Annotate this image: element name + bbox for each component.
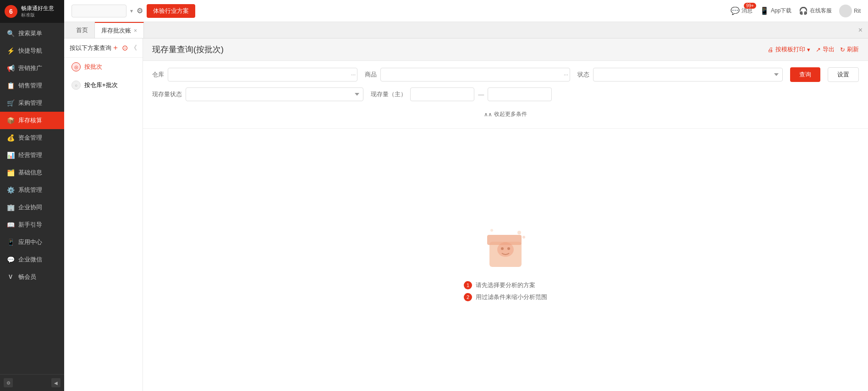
user-profile-btn[interactable]: Rit <box>839 5 861 17</box>
add-scheme-btn[interactable]: ＋ <box>112 43 119 53</box>
app-logo: 6 <box>5 5 17 18</box>
sidebar-item-inventory[interactable]: 📦 库存核算 <box>0 112 64 129</box>
scheme-header-label: 按以下方案查询 <box>70 44 111 52</box>
enterprise-icon: 🏢 <box>6 203 15 212</box>
sidebar-item-new-guide[interactable]: 📖 新手引导 <box>0 216 64 234</box>
settings-footer-btn[interactable]: ⚙ <box>4 378 13 387</box>
sidebar-item-search[interactable]: 🔍 搜索菜单 <box>0 25 64 42</box>
app-center-icon: 📱 <box>6 238 15 246</box>
sidebar-label-enterprise: 企业协同 <box>18 203 42 212</box>
sidebar-label-basic-info: 基础信息 <box>18 168 42 177</box>
sidebar: 6 畅康通好生意 标准版 🔍 搜索菜单 ⚡ 快捷导航 📢 营销推广 📋 销售管理… <box>0 0 64 391</box>
panel-collapse-btn[interactable]: 《 <box>131 44 137 52</box>
sidebar-item-enterprise[interactable]: 🏢 企业协同 <box>0 199 64 216</box>
sidebar-item-quick-nav[interactable]: ⚡ 快捷导航 <box>0 42 64 60</box>
print-btn[interactable]: 🖨 按模板打印 ▾ <box>768 45 810 54</box>
scheme-item-warehouse-batch[interactable]: ○ 按仓库+批次 <box>64 76 143 94</box>
warehouse-dots-btn[interactable]: ··· <box>351 71 356 78</box>
sidebar-item-system[interactable]: ⚙️ 系统管理 <box>0 181 64 199</box>
scheme-settings-icon: ⊙ <box>122 43 128 52</box>
sidebar-item-sales[interactable]: 📋 销售管理 <box>0 77 64 94</box>
sidebar-label-operations: 经营管理 <box>18 151 42 159</box>
topbar-right: 💬 消息 99+ 📱 App下载 🎧 在线客服 Rit <box>731 5 861 17</box>
empty-text: 1 请先选择要分析的方案 2 用过滤条件来缩小分析范围 <box>464 281 547 301</box>
marketing-icon: 📢 <box>6 64 15 72</box>
scheme-icon-warehouse: ○ <box>71 81 81 90</box>
refresh-btn[interactable]: ↻ 刷新 <box>840 45 859 54</box>
sidebar-label-vip: 畅会员 <box>18 273 36 281</box>
product-input[interactable] <box>380 68 570 81</box>
sidebar-item-vip[interactable]: V 畅会员 <box>0 268 64 286</box>
page-area: 按以下方案查询 ＋ ⊙ 《 ◎ 按批次 <box>64 38 868 391</box>
filter-row-2: 现存量状态 现存量（主） — <box>152 87 859 101</box>
collapse-sidebar-btn[interactable]: ◀ <box>51 378 60 387</box>
app-download-btn[interactable]: 📱 App下载 <box>760 6 791 15</box>
empty-svg <box>478 221 533 272</box>
topbar: ▾ ⚙ 体验行业方案 💬 消息 99+ 📱 App下载 🎧 在线客服 Rit <box>64 0 868 22</box>
export-btn[interactable]: ↗ 导出 <box>816 45 835 54</box>
svg-point-4 <box>507 247 510 250</box>
warehouse-input[interactable] <box>168 68 357 81</box>
inventory-amount-to[interactable] <box>488 87 552 101</box>
print-icon: 🖨 <box>768 46 774 53</box>
scheme-settings-btn[interactable]: ⊙ <box>122 43 128 52</box>
vip-icon: V <box>6 273 15 281</box>
sidebar-item-app-center[interactable]: 📱 应用中心 <box>0 234 64 251</box>
amount-dash: — <box>478 91 484 98</box>
filter-inventory-amount: 现存量（主） — <box>371 87 582 101</box>
sidebar-label-app-center: 应用中心 <box>18 238 42 246</box>
page-header-actions: 🖨 按模板打印 ▾ ↗ 导出 ↻ 刷新 <box>768 45 859 54</box>
tab-batch-account[interactable]: 库存批次账 × <box>95 22 144 38</box>
empty-state: 1 请先选择要分析的方案 2 用过滤条件来缩小分析范围 <box>143 129 868 391</box>
status-select[interactable] <box>593 68 783 81</box>
add-scheme-icon: ＋ <box>112 43 119 53</box>
filter-warehouse: 仓库 ··· <box>152 68 357 81</box>
sidebar-item-enterprise-wechat[interactable]: 💬 企业微信 <box>0 251 64 268</box>
industry-btn[interactable]: 体验行业方案 <box>147 4 195 18</box>
message-btn[interactable]: 💬 消息 99+ <box>731 6 753 15</box>
sidebar-item-basic-info[interactable]: 🗂️ 基础信息 <box>0 164 64 181</box>
sidebar-item-purchase[interactable]: 🛒 采购管理 <box>0 94 64 112</box>
sidebar-header: 6 畅康通好生意 标准版 <box>0 0 64 23</box>
sidebar-label-enterprise-wechat: 企业微信 <box>18 255 42 264</box>
inventory-status-select[interactable] <box>186 87 363 101</box>
topbar-dropdown-btn[interactable]: ▾ <box>130 8 133 14</box>
message-badge: 99+ <box>744 3 756 9</box>
sidebar-label-system: 系统管理 <box>18 186 42 194</box>
sidebar-item-marketing[interactable]: 📢 营销推广 <box>0 60 64 77</box>
user-name: Rit <box>854 8 861 14</box>
global-close-btn[interactable]: × <box>858 26 863 34</box>
topbar-gear-btn[interactable]: ⚙ <box>137 6 143 15</box>
filter-settings-btn[interactable]: 设置 <box>828 67 859 82</box>
sidebar-label-search: 搜索菜单 <box>18 29 42 38</box>
user-avatar <box>839 5 852 17</box>
online-service-btn[interactable]: 🎧 在线客服 <box>799 6 832 15</box>
tab-home[interactable]: 首页 <box>70 22 95 38</box>
message-icon: 💬 <box>731 6 740 15</box>
page-title: 现存量查询(按批次) <box>152 44 224 55</box>
inventory-amount-from[interactable] <box>410 87 474 101</box>
tab-close-btn[interactable]: × <box>134 27 137 34</box>
left-panel-header: 按以下方案查询 ＋ ⊙ 《 <box>64 38 143 58</box>
tip-num-1: 1 <box>464 281 472 289</box>
panel-collapse-icon: 《 <box>131 44 137 51</box>
topbar-search-input[interactable] <box>71 5 126 17</box>
warehouse-input-wrapper: ··· <box>168 68 357 81</box>
scheme-item-batch[interactable]: ◎ 按批次 <box>64 58 143 76</box>
basic-info-icon: 🗂️ <box>6 168 15 177</box>
sidebar-item-operations[interactable]: 📊 经营管理 <box>0 147 64 164</box>
collapse-conditions-btn[interactable]: ∧∧ 收起更多条件 <box>152 107 859 122</box>
product-dots-btn[interactable]: ··· <box>564 71 568 78</box>
tip-text-1: 请先选择要分析的方案 <box>476 281 535 289</box>
scheme-label-warehouse-batch: 按仓库+批次 <box>84 81 118 89</box>
warehouse-label: 仓库 <box>152 71 164 79</box>
topbar-left: ▾ ⚙ 体验行业方案 <box>71 4 725 18</box>
query-btn[interactable]: 查询 <box>790 67 820 82</box>
filter-collapse-row: ∧∧ 收起更多条件 <box>152 107 859 122</box>
filter-product: 商品 ··· <box>365 68 570 81</box>
warehouse-dots-icon: ··· <box>351 71 356 78</box>
sidebar-navigation: 🔍 搜索菜单 ⚡ 快捷导航 📢 营销推广 📋 销售管理 🛒 采购管理 📦 库存核… <box>0 23 64 374</box>
refresh-icon: ↻ <box>840 46 845 53</box>
sidebar-item-finance[interactable]: 💰 资金管理 <box>0 129 64 147</box>
inventory-status-label: 现存量状态 <box>152 90 182 98</box>
